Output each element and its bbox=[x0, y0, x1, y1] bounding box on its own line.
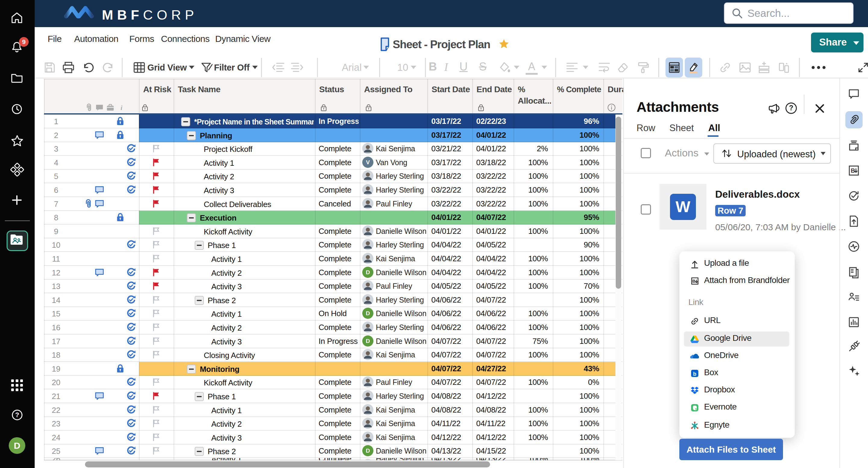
svg-text:b: b bbox=[693, 371, 696, 377]
svg-text:?: ? bbox=[15, 411, 19, 418]
svg-text:B: B bbox=[692, 278, 695, 284]
svg-text:i: i bbox=[121, 104, 122, 112]
svg-text:B: B bbox=[851, 167, 855, 174]
svg-text:?: ? bbox=[789, 104, 793, 112]
